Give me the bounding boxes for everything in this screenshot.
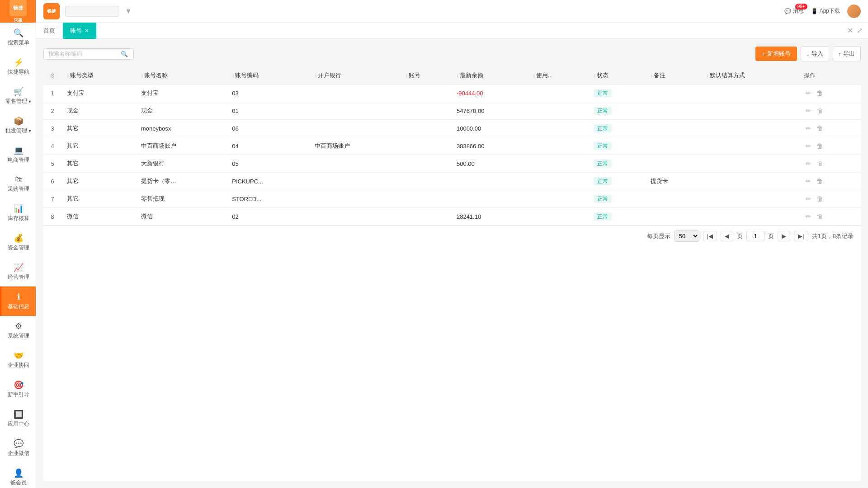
edit-icon-1[interactable]: ✏: [806, 107, 811, 114]
sidebar-item-appcenter[interactable]: 🔲 应用中心: [0, 404, 36, 433]
row-num-7: 8: [43, 208, 61, 225]
row-account-6: [400, 190, 451, 208]
row-default-pay-1: [701, 102, 798, 120]
edit-icon-7[interactable]: ✏: [806, 213, 811, 220]
col-use: ↕使用...: [528, 67, 588, 84]
current-page-input[interactable]: [746, 231, 764, 241]
search-input[interactable]: [48, 51, 121, 57]
sidebar-item-ops[interactable]: 📈 经营管理: [0, 257, 36, 286]
sidebar-item-nav[interactable]: ⚡ 快捷导航: [0, 52, 36, 81]
row-default-pay-2: [701, 120, 798, 137]
delete-icon-6[interactable]: 🗑: [816, 195, 823, 202]
row-bank-6: [309, 190, 400, 208]
sidebar-item-member[interactable]: 👤 畅会员: [0, 463, 36, 488]
sidebar-item-ecom[interactable]: 💻 电商管理: [0, 140, 36, 169]
delete-icon-1[interactable]: 🗑: [816, 107, 823, 114]
export-button[interactable]: ↑ 导出: [833, 46, 861, 61]
row-balance-0: -90444.00: [451, 84, 528, 102]
tab-account[interactable]: 账号 ✕: [63, 23, 97, 39]
row-use-4: [528, 155, 588, 173]
app-download-button[interactable]: 📱 App下载: [811, 7, 840, 15]
delete-icon-5[interactable]: 🗑: [816, 178, 823, 185]
user-avatar[interactable]: [847, 5, 861, 18]
sidebar-item-collab[interactable]: 🤝 企业协同: [0, 345, 36, 375]
toolbar-actions: + 新增账号 ↓ 导入 ↑ 导出: [755, 46, 861, 61]
row-code-7: 02: [226, 208, 309, 225]
tab-home[interactable]: 首页: [36, 23, 63, 39]
message-button[interactable]: 💬 消息 99+: [784, 7, 804, 15]
tab-expand-btn[interactable]: ⤢: [857, 26, 863, 35]
sidebar-item-purchase[interactable]: 🛍 采购管理: [0, 169, 36, 198]
sidebar-item-search[interactable]: 🔍 搜索菜单: [0, 23, 36, 52]
row-code-1: 01: [226, 102, 309, 120]
tab-home-label: 首页: [43, 27, 55, 35]
delete-icon-3[interactable]: 🗑: [816, 142, 823, 150]
edit-icon-0[interactable]: ✏: [806, 89, 811, 97]
row-name-3: 中百商场账户: [136, 137, 226, 155]
sidebar-item-wholesale[interactable]: 📦 批发管理 ▼: [0, 111, 36, 140]
topbar-search-input[interactable]: [65, 6, 119, 17]
tab-account-label: 账号: [70, 27, 82, 35]
next-page-btn[interactable]: ▶: [778, 231, 790, 241]
last-page-btn[interactable]: ▶|: [794, 231, 808, 241]
sidebar-item-guide[interactable]: 🎯 新手引导: [0, 375, 36, 404]
delete-icon-0[interactable]: 🗑: [816, 89, 823, 97]
col-settings[interactable]: ⚙: [43, 67, 61, 84]
row-balance-4: 500.00: [451, 155, 528, 173]
edit-icon-4[interactable]: ✏: [806, 160, 811, 167]
edit-icon-3[interactable]: ✏: [806, 142, 811, 150]
row-ops-6: ✏ 🗑: [798, 190, 861, 208]
row-use-6: [528, 190, 588, 208]
import-button[interactable]: ↓ 导入: [801, 46, 829, 61]
tab-close-btn[interactable]: ✕: [847, 26, 853, 35]
sidebar-item-retail[interactable]: 🛒 零售管理 ▼: [0, 81, 36, 111]
delete-icon-7[interactable]: 🗑: [816, 213, 823, 220]
topbar-logo: 畅捷: [43, 3, 60, 19]
sidebar-item-inventory[interactable]: 📊 库存核算: [0, 198, 36, 228]
add-icon: +: [762, 51, 765, 57]
row-type-6: 其它: [61, 190, 136, 208]
add-account-button[interactable]: + 新增账号: [755, 47, 797, 61]
search-icon[interactable]: 🔍: [121, 51, 128, 57]
row-use-7: [528, 208, 588, 225]
row-type-5: 其它: [61, 173, 136, 190]
row-default-pay-5: [701, 173, 798, 190]
row-account-0: [400, 84, 451, 102]
sidebar-label-system: 系统管理: [3, 332, 34, 340]
row-ops-5: ✏ 🗑: [798, 173, 861, 190]
sidebar-item-wechat[interactable]: 💬 企业微信: [0, 433, 36, 463]
row-num-6: 7: [43, 190, 61, 208]
page-label: 页: [737, 232, 743, 240]
delete-icon-4[interactable]: 🗑: [816, 160, 823, 167]
sidebar-label-member: 畅会员: [3, 479, 34, 487]
row-type-7: 微信: [61, 208, 136, 225]
row-balance-7: 28241.10: [451, 208, 528, 225]
tab-close-icon[interactable]: ✕: [85, 28, 89, 34]
table-row: 4 其它 中百商场账户 04 中百商场账户 383866.00 正常 ✏ 🗑: [43, 137, 861, 155]
sidebar-item-system[interactable]: ⚙ 系统管理: [0, 316, 36, 345]
sidebar-item-finance[interactable]: 💰 资金管理: [0, 228, 36, 257]
row-name-1: 现金: [136, 102, 226, 120]
prev-page-btn[interactable]: ◀: [721, 231, 733, 241]
sidebar-item-basic[interactable]: ℹ 基础信息: [0, 286, 36, 316]
col-default-pay: ↕默认结算方式: [701, 67, 798, 84]
delete-icon-2[interactable]: 🗑: [816, 125, 823, 132]
first-page-btn[interactable]: |◀: [703, 231, 717, 241]
edit-icon-5[interactable]: ✏: [806, 178, 811, 185]
row-remark-1: [645, 102, 701, 120]
import-icon: ↓: [807, 51, 810, 57]
row-ops-1: ✏ 🗑: [798, 102, 861, 120]
row-type-1: 现金: [61, 102, 136, 120]
appcenter-icon: 🔲: [3, 409, 34, 419]
page-size-select[interactable]: 50 20 100: [674, 230, 699, 242]
status-badge-2: 正常: [594, 124, 612, 132]
page-of-label: 页: [768, 232, 774, 240]
row-name-0: 支付宝: [136, 84, 226, 102]
edit-icon-6[interactable]: ✏: [806, 195, 811, 202]
edit-icon-2[interactable]: ✏: [806, 125, 811, 132]
row-remark-5: 提货卡: [645, 173, 701, 190]
sidebar-label-appcenter: 应用中心: [3, 420, 34, 428]
col-account-code: ↕账号编码: [226, 67, 309, 84]
row-status-1: 正常: [588, 102, 645, 120]
topbar-dropdown-icon[interactable]: ▼: [125, 7, 132, 15]
